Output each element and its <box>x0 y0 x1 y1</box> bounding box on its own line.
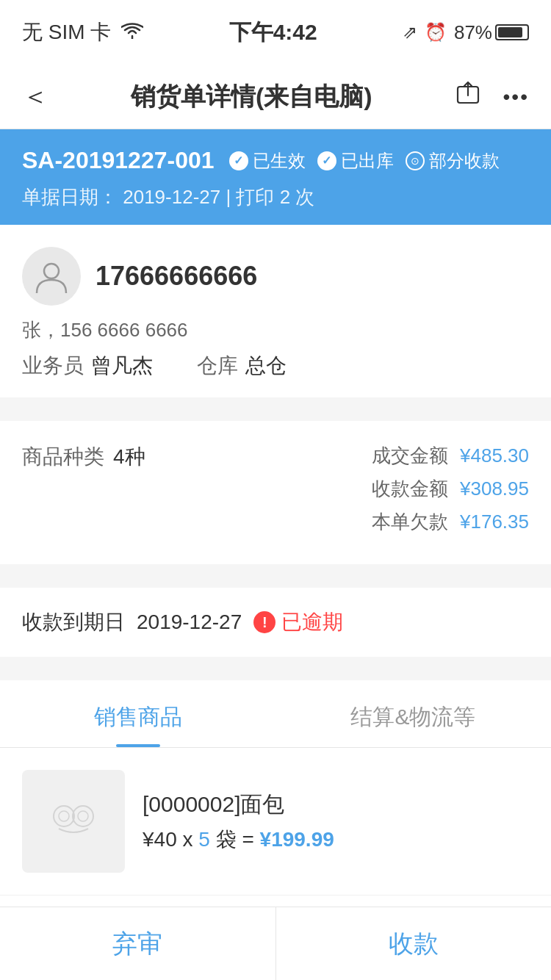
overdue-text: 已逾期 <box>281 608 343 636</box>
badge-activated: ✓ 已生效 <box>229 149 306 173</box>
location-icon: ⇗ <box>403 22 417 43</box>
badge-shipped: ✓ 已出库 <box>317 149 394 173</box>
order-id: SA-20191227-001 <box>22 147 215 174</box>
tab-sales-products[interactable]: 销售商品 <box>0 680 276 747</box>
summary-left: 商品种类 4种 <box>22 443 145 477</box>
back-button[interactable]: ＜ <box>22 79 48 115</box>
svg-point-3 <box>59 811 69 821</box>
svg-point-5 <box>78 811 88 821</box>
collect-payment-button[interactable]: 收款 <box>276 907 552 980</box>
battery-indicator: 87% <box>454 21 529 44</box>
order-date-row: 单据日期： 2019-12-27 | 打印 2 次 <box>22 184 529 210</box>
svg-point-2 <box>54 806 74 826</box>
warehouse-item: 仓库 总仓 <box>197 352 287 380</box>
status-time: 下午4:42 <box>229 18 317 48</box>
customer-name: 张，156 6666 6666 <box>22 317 529 343</box>
battery-percent: 87% <box>454 21 492 44</box>
tab-settlement[interactable]: 结算&物流等 <box>276 680 551 747</box>
deal-amount: ¥485.30 <box>460 444 529 467</box>
clock-icon: ⊙ <box>406 151 425 170</box>
due-date: 2019-12-27 <box>137 610 242 634</box>
order-header: SA-20191227-001 ✓ 已生效 ✓ 已出库 ⊙ 部分收款 单据日期：… <box>0 129 551 225</box>
product-thumb-1 <box>22 770 125 873</box>
salesperson-item: 业务员 曾凡杰 <box>22 352 153 380</box>
customer-avatar <box>22 247 81 306</box>
salesperson-value: 曾凡杰 <box>91 352 153 380</box>
product-total-1: ¥199.99 <box>260 828 334 851</box>
divider-2 <box>0 576 551 588</box>
abandon-review-button[interactable]: 弃审 <box>0 907 276 980</box>
status-badges: ✓ 已生效 ✓ 已出库 ⊙ 部分收款 <box>229 149 500 173</box>
product-price-1: ¥40 x 5 袋 = ¥199.99 <box>143 826 529 854</box>
owed-amount-row: 本单欠款 ¥176.35 <box>372 509 529 535</box>
summary-right: 成交金额 ¥485.30 收款金额 ¥308.95 本单欠款 ¥176.35 <box>372 443 529 542</box>
svg-point-1 <box>44 264 59 278</box>
product-qty-1: 5 <box>198 828 210 851</box>
divider-3 <box>0 669 551 680</box>
category-label: 商品种类 <box>22 443 104 471</box>
overdue-badge: ! 已逾期 <box>253 608 343 636</box>
more-icon[interactable]: ••• <box>503 85 529 109</box>
product-info-1: [0000002]面包 ¥40 x 5 袋 = ¥199.99 <box>143 790 529 854</box>
nav-bar: ＜ 销货单详情(来自电脑) ••• <box>0 65 551 129</box>
tabs-row: 销售商品 结算&物流等 <box>0 680 551 748</box>
svg-point-4 <box>73 806 93 826</box>
category-count: 4种 <box>113 443 145 471</box>
due-label: 收款到期日 <box>22 608 125 636</box>
carrier-text: 无 SIM 卡 <box>22 18 111 46</box>
customer-phone: 17666666666 <box>96 261 257 292</box>
alarm-icon: ⏰ <box>425 22 447 43</box>
nav-actions: ••• <box>455 81 529 112</box>
divider-1 <box>0 409 551 421</box>
owed-amount: ¥176.35 <box>460 511 529 533</box>
page-title: 销货单详情(来自电脑) <box>131 80 372 114</box>
product-name-1: [0000002]面包 <box>143 790 529 820</box>
overdue-icon: ! <box>253 611 276 633</box>
bottom-bar: 弃审 收款 <box>0 907 551 980</box>
warehouse-value: 总仓 <box>245 352 287 380</box>
check-icon-1: ✓ <box>229 151 248 170</box>
battery-bar <box>495 24 529 40</box>
summary-section: 商品种类 4种 成交金额 ¥485.30 收款金额 ¥308.95 本单欠款 ¥… <box>0 421 551 564</box>
wifi-icon <box>121 21 143 44</box>
share-icon[interactable] <box>455 81 481 112</box>
deal-amount-row: 成交金额 ¥485.30 <box>372 443 529 469</box>
badge-partial-paid: ⊙ 部分收款 <box>406 149 500 173</box>
due-section: 收款到期日 2019-12-27 ! 已逾期 <box>0 588 551 657</box>
status-bar: 无 SIM 卡 下午4:42 ⇗ ⏰ 87% <box>0 0 551 65</box>
check-icon-2: ✓ <box>317 151 336 170</box>
customer-section: 17666666666 张，156 6666 6666 业务员 曾凡杰 仓库 总… <box>0 225 551 397</box>
status-left: 无 SIM 卡 <box>22 18 143 46</box>
customer-meta: 业务员 曾凡杰 仓库 总仓 <box>22 352 529 380</box>
product-item-1: [0000002]面包 ¥40 x 5 袋 = ¥199.99 <box>0 748 551 896</box>
received-amount: ¥308.95 <box>460 478 529 500</box>
battery-fill <box>498 27 522 37</box>
tabs-section: 销售商品 结算&物流等 <box>0 680 551 748</box>
received-amount-row: 收款金额 ¥308.95 <box>372 476 529 502</box>
status-right: ⇗ ⏰ 87% <box>403 21 529 44</box>
